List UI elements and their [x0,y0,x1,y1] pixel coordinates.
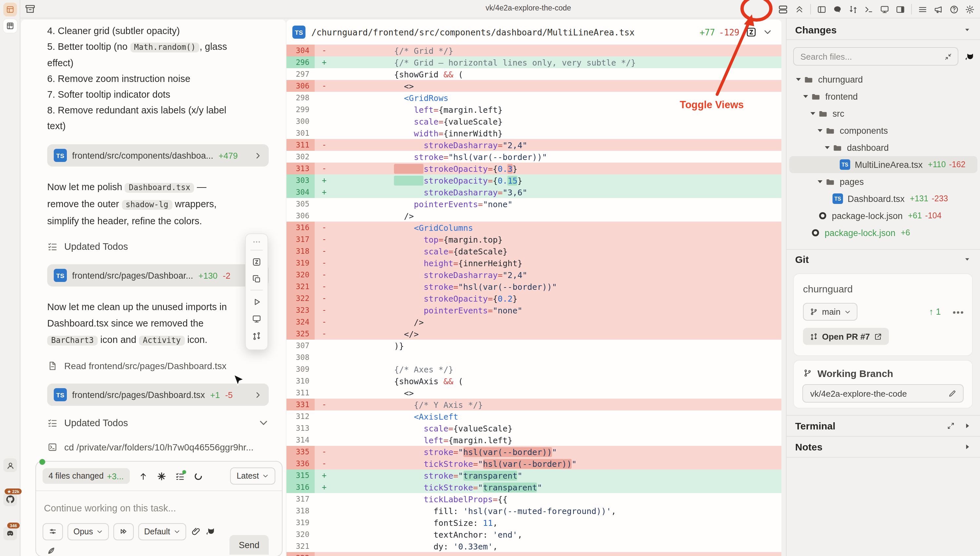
diff-row[interactable]: 324- /> [286,316,781,328]
triangle-down-icon[interactable] [815,176,825,187]
toggle-views-icon[interactable] [777,3,789,15]
branch-dropdown[interactable]: main [803,303,857,321]
source-control-icon[interactable] [848,4,858,14]
diff-view-icon[interactable] [745,26,757,38]
attach-icon[interactable] [191,526,201,537]
diff-row[interactable]: 311 <> [286,387,781,399]
todos-indicator[interactable] [175,471,185,481]
rail-item-layout[interactable] [3,3,17,16]
diff-row[interactable]: 316+ tickStroke="transparent" [286,481,781,493]
settings-sliders-button[interactable] [43,523,63,540]
diff-row[interactable]: 321- stroke="hsl(var(--border))" [286,281,781,293]
tree-item-dashboard[interactable]: dashboard [789,139,977,156]
model-dropdown[interactable]: Opus [68,523,109,540]
tree-item-churnguard[interactable]: churnguard [789,71,977,88]
latest-dropdown[interactable]: Latest [230,467,275,485]
rail-item-board[interactable] [3,19,17,33]
diff-row[interactable]: 320 textAnchor: 'end', [286,529,781,540]
diff-row[interactable]: 320- strokeDasharray="2,4" [286,269,781,281]
diff-row[interactable]: 302 stroke="hsl(var(--border))" [286,151,781,163]
diff-row[interactable]: 322- [286,552,781,556]
file-chip[interactable]: TSfrontend/src/pages/Dashboar...+130-2 [47,264,269,286]
open-pr-button[interactable]: Open PR #7 [803,328,889,345]
diff-row[interactable]: 301 width={innerWidth} [286,127,781,139]
caret-right-icon[interactable] [963,421,972,430]
diff-row[interactable]: 306- <> [286,80,781,92]
commits-ahead[interactable]: ↑ 1 [929,307,941,317]
diff-row[interactable]: 313 scale={valueScale} [286,422,781,434]
tree-item-src[interactable]: src [789,105,977,122]
tree-item-multilinearea-tsx[interactable]: TSMultiLineArea.tsx+110-162 [789,156,977,173]
tree-item-package-lock-json[interactable]: package-lock.json+6 [789,224,977,241]
diff-row[interactable]: 300 scale={valueScale} [286,115,781,127]
rail-item-account[interactable] [3,458,17,472]
diff-row[interactable]: 325- </> [286,328,781,339]
collapse-tree-icon[interactable] [944,52,953,61]
scroll-up-icon[interactable] [138,471,148,481]
diff-row[interactable]: 331- {/* Y Axis */} [286,399,781,411]
run-button[interactable] [245,293,268,310]
diff-row[interactable]: 304+ strokeDasharray="3,6" [286,186,781,198]
triangle-down-icon[interactable] [793,74,804,84]
todos-row[interactable]: Updated Todos [47,239,269,254]
spark-icon[interactable] [157,471,166,481]
diff-row[interactable]: 322- strokeOpacity={0.2} [286,293,781,304]
caret-right-icon[interactable] [963,442,972,451]
diff-row[interactable]: 314 left={margin.left} [286,434,781,446]
search-input[interactable] [799,51,944,62]
diff-row[interactable]: 318 fill: 'hsl(var(--muted-foreground))'… [286,505,781,517]
tool-call-row[interactable]: cd /private/var/folders/10/h7w0q46556ggr… [47,440,269,454]
edit-icon[interactable] [948,389,957,398]
diff-row[interactable]: 303+ strokeOpacity={0.15} [286,175,781,186]
message-input[interactable]: Continue working on this task... [44,503,274,513]
diff-row[interactable]: 309 {/* Axes */} [286,363,781,375]
chevron-down-icon[interactable] [258,418,269,428]
draw-icon[interactable] [47,545,57,555]
triangle-down-icon[interactable] [807,108,818,119]
open-diff-button[interactable] [245,253,268,270]
diff-row[interactable]: 317- top={margin.top} [286,233,781,245]
terminal-section-header[interactable]: Terminal [786,415,980,436]
more-actions[interactable]: ••• [953,307,964,317]
diff-row[interactable]: 316- <GridColumns [286,221,781,233]
menu-icon[interactable] [918,4,928,14]
rail-item-github[interactable] [3,492,17,506]
compare-button[interactable] [245,327,268,344]
mode-dropdown[interactable]: Default [138,523,186,540]
copy-button[interactable] [245,270,268,287]
expand-icon[interactable] [946,421,955,430]
cat-icon[interactable] [205,526,216,537]
files-changed-chip[interactable]: 4 files changed +3... [43,468,130,484]
help-icon[interactable] [949,4,959,14]
diff-row[interactable]: 306 /> [286,210,781,221]
settings-icon[interactable] [965,4,975,14]
diff-row[interactable]: 319 fontSize: 11, [286,517,781,529]
right-panel-icon[interactable] [895,4,905,14]
archive-icon[interactable] [24,3,36,15]
diff-row[interactable]: 305 pointerEvents="none" [286,198,781,210]
tree-item-components[interactable]: components [789,122,977,139]
git-section-header[interactable]: Git [786,249,980,269]
todos-row[interactable]: Updated Todos [47,416,269,430]
tree-item-package-lock-json[interactable]: package-lock.json+61-104 [789,207,977,224]
diff-row[interactable]: 312 <AxisLeft [286,411,781,422]
diff-row[interactable]: 318- scale={dateScale} [286,245,781,257]
diff-row[interactable]: 299 left={margin.left} [286,103,781,115]
tree-item-pages[interactable]: pages [789,173,977,190]
collapse-all-icon[interactable] [794,4,804,14]
diff-row[interactable]: 308 [286,351,781,363]
diff-row[interactable]: 307 )} [286,339,781,351]
diff-row[interactable]: 310 {showAxis && ( [286,375,781,387]
working-branch-input[interactable] [809,388,948,399]
chat-icon[interactable] [833,4,842,14]
send-button[interactable]: Send [229,535,269,555]
diff-row[interactable]: 335- stroke="hsl(var(--border))" [286,446,781,457]
tree-item-frontend[interactable]: frontend [789,88,977,105]
tree-item-dashboard-tsx[interactable]: TSDashboard.tsx+131-233 [789,190,977,207]
diff-file-header[interactable]: TS /churnguard/frontend/src/components/d… [286,20,781,45]
collapse-file-icon[interactable] [763,27,772,37]
left-panel-icon[interactable] [817,4,827,14]
changes-section-header[interactable]: Changes [786,20,980,39]
diff-row[interactable]: 336- tickStroke="hsl(var(--border))" [286,457,781,469]
diff-row[interactable]: 321 dy: '0.33em', [286,540,781,552]
